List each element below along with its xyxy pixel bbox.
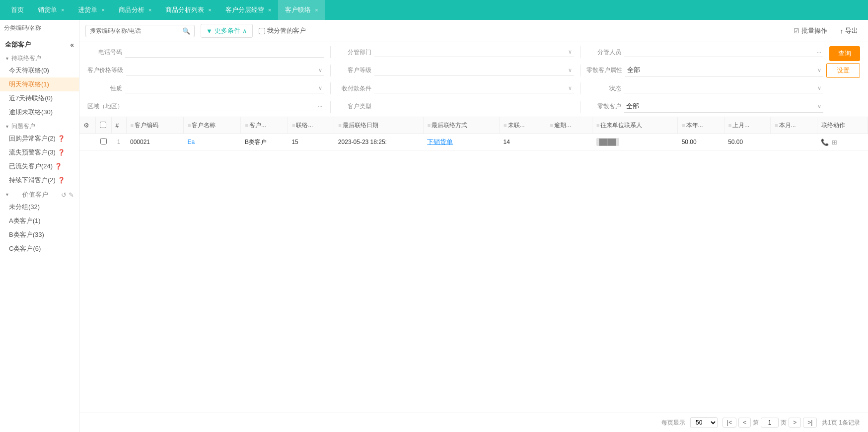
col-not-contacted: ≡未联... bbox=[500, 117, 546, 134]
row-action-cell: 📞 ⊞ bbox=[817, 134, 868, 150]
col-index: # bbox=[111, 117, 126, 134]
batch-op-button[interactable]: ☑ 批量操作 bbox=[790, 24, 831, 37]
filter-icon: ▼ bbox=[206, 27, 213, 35]
checkbox-icon: ☑ bbox=[794, 27, 799, 35]
sort-icon: ≡ bbox=[504, 122, 506, 128]
select-all-checkbox[interactable] bbox=[100, 122, 106, 128]
row-index: 1 bbox=[111, 134, 126, 150]
sidebar-item-churned[interactable]: 已流失客户(24) ❓ bbox=[0, 159, 79, 173]
row-contact: 15 bbox=[288, 134, 334, 150]
sidebar-item-declining[interactable]: 持续下滑客户(2) ❓ bbox=[0, 173, 79, 187]
customer-level-select[interactable]: ∨ bbox=[374, 66, 574, 75]
search-input[interactable] bbox=[90, 27, 179, 34]
export-icon: ↑ bbox=[840, 27, 844, 35]
close-icon[interactable]: × bbox=[101, 7, 104, 13]
close-icon[interactable]: × bbox=[208, 7, 211, 13]
sidebar-item-today[interactable]: 今天待联络(0) bbox=[0, 64, 79, 77]
retail-customer-select[interactable]: 全部 ∨ bbox=[624, 100, 823, 113]
retail-attr-select[interactable]: 全部 ∨ bbox=[625, 64, 823, 76]
group-value-customers: 价值客户 ↺ ✎ bbox=[0, 187, 79, 200]
row-checkbox[interactable] bbox=[100, 138, 107, 144]
table-area: ⚙ # ≡客户编码 ≡客户名称 ≡客户... bbox=[79, 117, 868, 413]
more-filter-button[interactable]: ▼ 更多条件 ∧ bbox=[201, 24, 253, 38]
nav-product-analysis-list[interactable]: 商品分析列表 × bbox=[158, 0, 218, 20]
refresh-icon[interactable]: ↺ bbox=[61, 191, 67, 199]
pagination: |< < 第 页 > >| bbox=[723, 418, 817, 428]
last-page-button[interactable]: >| bbox=[803, 418, 817, 428]
sidebar-item-tomorrow[interactable]: 明天待联络(1) bbox=[0, 77, 79, 91]
sidebar-search-input[interactable] bbox=[4, 24, 78, 31]
region-select[interactable]: ··· bbox=[126, 102, 324, 111]
search-bar: 🔍 ▼ 更多条件 ∧ 我分管的客户 ☑ 批量操作 ↑ 导出 bbox=[79, 20, 868, 42]
row-type: B类客户 bbox=[241, 134, 288, 150]
sort-icon: ≡ bbox=[728, 122, 731, 128]
nav-purchase-order[interactable]: 进货单 × bbox=[71, 0, 111, 20]
person-select[interactable]: ··· bbox=[624, 48, 823, 57]
prev-page-button[interactable]: < bbox=[738, 418, 751, 428]
search-bar-right: ☑ 批量操作 ↑ 导出 bbox=[790, 24, 863, 37]
close-icon[interactable]: × bbox=[315, 7, 318, 13]
sidebar-item-churn-warning[interactable]: 流失预警客户(3) ❓ bbox=[0, 145, 79, 159]
main-layout: 🔍 全部客户 « 待联络客户 今天待联络(0) 明天待联络(1) 近7天待联络(… bbox=[0, 20, 868, 432]
query-button[interactable]: 查询 bbox=[829, 46, 860, 61]
sidebar-item-abnormal[interactable]: 回购异常客户(2) ❓ bbox=[0, 132, 79, 145]
chevron-down-icon: ∨ bbox=[568, 49, 572, 55]
nav-sales-order[interactable]: 销货单 × bbox=[31, 0, 71, 20]
grid-action-icon[interactable]: ⊞ bbox=[832, 139, 837, 146]
sidebar-item-class-c[interactable]: C类客户(6) bbox=[0, 242, 79, 256]
dept-select[interactable]: ∨ bbox=[374, 47, 574, 57]
row-code: 000021 bbox=[126, 134, 183, 150]
sort-icon: ≡ bbox=[550, 122, 553, 128]
my-customers-checkbox-label[interactable]: 我分管的客户 bbox=[259, 26, 306, 35]
next-page-button[interactable]: > bbox=[789, 418, 801, 428]
chevron-down-icon: ∨ bbox=[318, 85, 322, 91]
edit-icon[interactable]: ✎ bbox=[69, 191, 74, 199]
search-icon[interactable]: 🔍 bbox=[182, 27, 190, 35]
sidebar-search-bar: 🔍 bbox=[0, 20, 79, 36]
my-customers-checkbox[interactable] bbox=[259, 28, 265, 34]
payment-select[interactable]: ∨ bbox=[374, 83, 574, 93]
nav-product-analysis[interactable]: 商品分析 × bbox=[112, 0, 158, 20]
gear-icon[interactable]: ⚙ bbox=[83, 122, 89, 129]
ellipsis-icon: ··· bbox=[817, 49, 821, 55]
customer-type-select[interactable] bbox=[374, 105, 574, 108]
export-button[interactable]: ↑ 导出 bbox=[836, 24, 863, 37]
col-checkbox bbox=[95, 117, 111, 134]
nav-home[interactable]: 首页 bbox=[4, 0, 31, 20]
close-icon[interactable]: × bbox=[268, 7, 271, 13]
nav-customer-segmentation[interactable]: 客户分层经营 × bbox=[218, 0, 278, 20]
filter-retail-attr: 零散客户属性 全部 ∨ bbox=[586, 64, 823, 76]
sidebar-item-overdue[interactable]: 逾期未联络(30) bbox=[0, 105, 79, 119]
per-page-select[interactable]: 50 100 200 bbox=[690, 417, 718, 428]
nav-customer-contact[interactable]: 客户联络 × bbox=[278, 0, 325, 20]
phone-input[interactable] bbox=[125, 47, 324, 58]
settings-button[interactable]: 设置 bbox=[826, 63, 860, 78]
row-this-year: 50.00 bbox=[678, 134, 724, 150]
col-overdue: ≡逾期... bbox=[546, 117, 592, 134]
filter-panel: 电话号码 分管部门 ∨ 分管人员 bbox=[79, 42, 868, 117]
sidebar-item-ungrouped[interactable]: 未分组(32) bbox=[0, 200, 79, 214]
close-icon[interactable]: × bbox=[148, 7, 151, 13]
row-last-method[interactable]: 下销货单 bbox=[423, 134, 499, 150]
first-page-button[interactable]: |< bbox=[723, 418, 736, 428]
sidebar-item-class-b[interactable]: B类客户(33) bbox=[0, 228, 79, 242]
sidebar-item-7days[interactable]: 近7天待联络(0) bbox=[0, 91, 79, 105]
collapse-icon[interactable]: « bbox=[70, 41, 74, 49]
customer-table: ⚙ # ≡客户编码 ≡客户名称 ≡客户... bbox=[79, 117, 868, 150]
col-last-date: ≡最后联络日期 bbox=[334, 117, 423, 134]
phone-action-icon[interactable]: 📞 bbox=[821, 139, 829, 146]
filter-row-4: 区域（地区） ··· 客户类型 bbox=[87, 100, 823, 113]
chevron-down-icon: ∨ bbox=[817, 85, 821, 91]
filter-divider bbox=[330, 46, 331, 58]
page-input[interactable] bbox=[761, 418, 779, 428]
sidebar-item-class-a[interactable]: A类客户(1) bbox=[0, 214, 79, 228]
price-level-select[interactable]: ∨ bbox=[126, 66, 324, 75]
close-icon[interactable]: × bbox=[61, 7, 64, 13]
help-icon: ❓ bbox=[58, 135, 65, 142]
row-name[interactable]: Ea bbox=[183, 134, 240, 150]
row-last-date: 2023-05-23 18:25: bbox=[334, 134, 423, 150]
col-this-month: ≡本月... bbox=[771, 117, 817, 134]
row-gear-cell bbox=[79, 134, 95, 150]
status-select[interactable]: ∨ bbox=[624, 83, 823, 93]
nature-select[interactable]: ∨ bbox=[125, 83, 324, 93]
